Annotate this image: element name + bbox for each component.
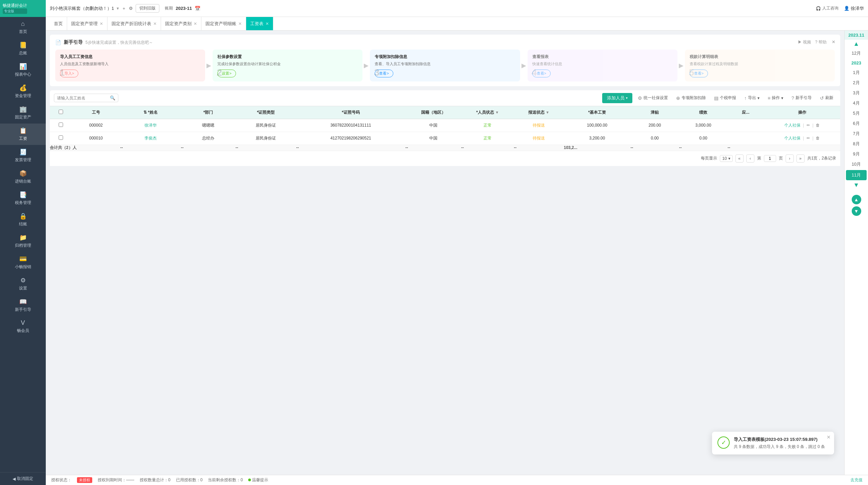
calendar-action-down[interactable]: ▼ <box>852 206 861 216</box>
tab-close-fixed-asset[interactable]: ✕ <box>100 21 103 26</box>
sidebar-item-fixed-assets[interactable]: 🏢固定资产 <box>0 102 46 124</box>
tax-report-btn[interactable]: ▤ 个税申报 <box>711 94 739 102</box>
step-5-title: 税款计算明细表 <box>690 54 830 60</box>
next-page-btn[interactable]: › <box>786 154 794 163</box>
last-page-btn[interactable]: » <box>796 154 805 163</box>
sort-icon[interactable]: ⇅ <box>143 110 147 115</box>
sidebar-item-funds[interactable]: 💰资金管理 <box>0 81 46 102</box>
status-filter-icon[interactable]: ▼ <box>495 110 499 114</box>
calendar-down-btn[interactable]: ▼ <box>845 181 868 189</box>
row-check-1[interactable] <box>50 132 72 145</box>
guide-btn[interactable]: ? 新手引导 <box>789 94 814 102</box>
calendar-year-header: 2023.11 <box>845 31 868 40</box>
row-delete-icon-1[interactable]: 🗑 <box>816 136 820 141</box>
guide-close-btn[interactable]: ✕ <box>832 39 835 44</box>
tab-close-salary[interactable]: ✕ <box>265 21 269 26</box>
sidebar-pin-btn[interactable]: ◀ 取消固定 <box>0 472 46 485</box>
add-person-btn[interactable]: 添加人员 ▾ <box>602 93 632 103</box>
refresh-btn[interactable]: ↺ 刷新 <box>817 94 836 102</box>
tab-close-asset-detail[interactable]: ✕ <box>238 21 242 26</box>
header-gear-icon[interactable]: ⚙ <box>129 6 133 11</box>
per-page-arrow: ▾ <box>728 156 730 161</box>
row-check-0[interactable] <box>50 119 72 132</box>
sidebar-item-guide[interactable]: 📖新手引导 <box>0 295 46 316</box>
cal-month-5[interactable]: 5月 <box>845 108 868 118</box>
cal-month-10[interactable]: 10月 <box>845 159 868 169</box>
tab-asset-detail[interactable]: 固定资产明细账 ✕ <box>201 17 246 31</box>
footer-id-num: -- <box>296 145 405 151</box>
row-social-btn-1[interactable]: 个人社保 <box>784 136 801 141</box>
sidebar-item-payroll[interactable]: 📋工资 <box>0 124 46 145</box>
sidebar-item-closing[interactable]: 🔒结账 <box>0 209 46 230</box>
social-insurance-btn[interactable]: ⚙ 统一社保设置 <box>635 94 671 102</box>
sidebar-item-home[interactable]: ⌂首页 <box>0 17 46 38</box>
row-dept-0: 嗯嗯嗯 <box>181 119 235 132</box>
video-btn[interactable]: ▶ 视频 <box>798 39 811 45</box>
tab-close-depreciation[interactable]: ✕ <box>153 21 157 26</box>
page-number-input[interactable] <box>764 155 776 162</box>
row-apply-0 <box>728 119 764 132</box>
sidebar-item-sales[interactable]: 📦进销台账 <box>0 166 46 188</box>
sidebar-item-ledger[interactable]: 📒总账 <box>0 38 46 59</box>
row-delete-icon-0[interactable]: 🗑 <box>816 123 820 128</box>
first-page-btn[interactable]: « <box>735 154 744 163</box>
row-name-link-1[interactable]: 李俊杰 <box>144 136 157 141</box>
guide-step-2: 社保参数设置 完成社保参数设置自动计算社保公积金 设置> 2 <box>213 50 362 81</box>
sidebar-item-invoice[interactable]: 🧾发票管理 <box>0 145 46 166</box>
cal-month-6[interactable]: 6月 <box>845 118 868 129</box>
search-input[interactable] <box>57 96 108 100</box>
operations-btn[interactable]: ≡ 操作 ▾ <box>765 94 786 102</box>
footer-salary: 103,2... <box>564 145 631 151</box>
tab-salary[interactable]: 工资表 ✕ <box>246 17 273 31</box>
cal-month-11[interactable]: 11月 <box>846 170 867 180</box>
sidebar-label-guide: 新手引导 <box>15 307 31 313</box>
cal-month-9[interactable]: 9月 <box>845 149 868 159</box>
calendar-up-btn[interactable]: ▲ <box>845 40 868 48</box>
th-base-salary: *基本工资 <box>564 106 631 119</box>
tab-depreciation[interactable]: 固定资产折旧统计表 ✕ <box>107 17 161 31</box>
row-social-btn-0[interactable]: 个人社保 <box>784 123 801 128</box>
prev-page-btn[interactable]: ‹ <box>746 154 754 163</box>
sidebar-item-archive[interactable]: 📁归档管理 <box>0 230 46 252</box>
deduction-btn[interactable]: ⊕ 专项附加扣除 <box>673 94 709 102</box>
cal-month-4[interactable]: 4月 <box>845 98 868 108</box>
sidebar-item-tax[interactable]: 📑税务管理 <box>0 188 46 209</box>
cal-month-7[interactable]: 7月 <box>845 129 868 139</box>
cal-month-12-prev[interactable]: 12月 <box>845 48 868 58</box>
tab-close-asset-category[interactable]: ✕ <box>194 21 197 26</box>
row-edit-icon-0[interactable]: ✏ <box>807 123 810 128</box>
tab-fixed-asset[interactable]: 固定资产管理 ✕ <box>67 17 107 31</box>
period-label: 账期 <box>165 5 173 11</box>
export-btn[interactable]: ↑ 导出 ▾ <box>742 94 762 102</box>
support-btn[interactable]: 🎧 人工咨询 <box>816 5 839 11</box>
cal-month-1[interactable]: 1月 <box>845 68 868 78</box>
select-all-checkbox[interactable] <box>59 110 63 114</box>
row-checkbox-0[interactable] <box>59 123 63 127</box>
sidebar-item-member[interactable]: V畅会员 <box>0 316 46 337</box>
sidebar-item-expense[interactable]: 💳小畅报销 <box>0 252 46 273</box>
row-checkbox-1[interactable] <box>59 135 63 140</box>
tab-home[interactable]: 首页 <box>50 17 67 31</box>
step-4-title: 查看报表 <box>532 54 673 60</box>
cal-month-8[interactable]: 8月 <box>845 139 868 149</box>
switch-version-btn[interactable]: 切到旧版 <box>136 4 159 13</box>
calendar-action-up[interactable]: ▲ <box>852 195 861 204</box>
cal-month-3[interactable]: 3月 <box>845 88 868 98</box>
tab-asset-category[interactable]: 固定资产类别 ✕ <box>161 17 201 31</box>
row-edit-icon-1[interactable]: ✏ <box>807 136 810 141</box>
sidebar-item-reports[interactable]: 📊报表中心 <box>0 59 46 81</box>
recharge-btn[interactable]: 去充值 <box>850 477 863 483</box>
help-btn[interactable]: ? 帮助 <box>815 39 827 45</box>
refresh-icon: ↺ <box>820 95 824 101</box>
calendar-icon[interactable]: 📅 <box>195 6 200 11</box>
sidebar-label-archive: 归档管理 <box>15 243 31 248</box>
header-add-icon[interactable]: ＋ <box>122 5 126 12</box>
guide-icon: 📖 <box>19 298 27 305</box>
toast-close-btn[interactable]: ✕ <box>827 434 831 440</box>
send-filter-icon[interactable]: ▼ <box>546 110 549 114</box>
per-page-select[interactable]: 10 ▾ <box>720 155 732 162</box>
sidebar-item-settings[interactable]: ⚙设置 <box>0 273 46 295</box>
row-name-link-0[interactable]: 徐泽华 <box>144 123 157 128</box>
cal-month-2[interactable]: 2月 <box>845 78 868 88</box>
tab-label-home: 首页 <box>54 21 63 27</box>
